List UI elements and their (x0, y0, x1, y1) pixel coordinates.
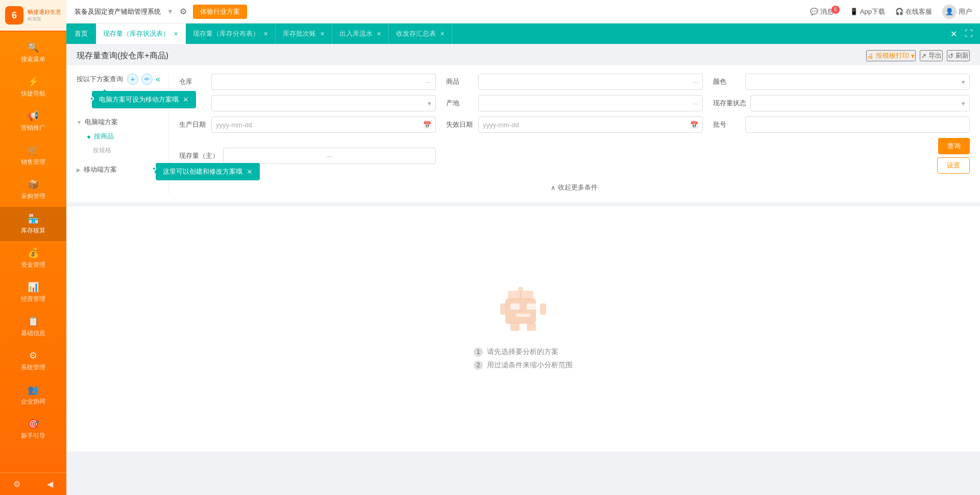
tooltip2-close-btn[interactable]: ✕ (247, 168, 253, 176)
tab-receivable-summary[interactable]: 收发存汇总表 ✕ (389, 23, 452, 44)
system-select-arrow[interactable]: ▼ (167, 8, 174, 15)
sidebar-item-system[interactable]: ⚙ 系统管理 (0, 344, 66, 378)
tab-close-icon[interactable]: ✕ (174, 31, 178, 37)
filter-collapse-btn[interactable]: ∧ 收起更多条件 (179, 179, 970, 194)
tip-number-1: 1 (474, 347, 483, 357)
filter-back-btn[interactable]: « (156, 75, 160, 84)
tabbar: 首页 现存量（库存状况表） ✕ 现存量（库存分布表） ✕ 库存批次账 ✕ 出入库… (66, 23, 980, 44)
sidebar-item-quicknav[interactable]: ⚡ 快捷导航 (0, 70, 66, 104)
export-btn[interactable]: ↗ 导出 (920, 50, 943, 61)
tab-close-icon[interactable]: ✕ (320, 31, 325, 37)
sidebar-item-basic-info[interactable]: 📋 基础信息 (0, 310, 66, 344)
empty-tip-1: 1 请先选择要分析的方案 (474, 347, 573, 357)
notification-count: 6 (831, 6, 840, 14)
sidebar-item-marketing[interactable]: 📢 营销推广 (0, 104, 66, 138)
sidebar-item-sales[interactable]: 🛒 销售管理 (0, 138, 66, 173)
filter-item-prod-date: 生产日期 yyyy-mm-dd 📅 (179, 116, 436, 133)
tabbar-expand-btn[interactable]: ⛶ (962, 27, 976, 41)
desktop-scheme-header[interactable]: ▼ 电脑端方案 (77, 115, 160, 129)
filter-item-warehouse: 仓库 ··· (179, 74, 436, 90)
box-icon: 📦 (28, 179, 39, 190)
origin-select[interactable]: ··· (478, 95, 703, 111)
stock-qty-label: 现存量（主） (179, 151, 219, 160)
filter-item-goods: 商品 ··· (446, 74, 703, 90)
stock-status-select[interactable]: ▾ (750, 95, 970, 111)
exp-date-input[interactable]: yyyy-mm-dd 📅 (478, 116, 703, 133)
experience-btn[interactable]: 体验行业方案 (193, 5, 247, 19)
header-left: 装备及固定资产辅助管理系统 ▼ ⚙ 体验行业方案 (75, 5, 247, 19)
mobile-scheme-header[interactable]: ▶ 移动端方案 (77, 163, 160, 176)
origin-label: 产地 (446, 99, 474, 108)
dots-icon: ··· (693, 100, 698, 107)
page-title: 现存量查询(按仓库+商品) (77, 51, 168, 61)
tab-home-label: 首页 (75, 29, 88, 38)
empty-state: 1 请先选择要分析的方案 2 用过滤条件来缩小分析范围 (66, 237, 980, 411)
sidebar-item-label: 系统管理 (21, 363, 45, 372)
stock-qty-min[interactable] (228, 152, 323, 160)
goods-select[interactable]: ··· (478, 74, 703, 90)
tab-inventory-dist[interactable]: 现存量（库存分布表） ✕ (186, 23, 276, 44)
search-btn[interactable]: 查询 (938, 138, 970, 154)
notification-btn[interactable]: 💬 消息 6 (810, 7, 840, 16)
sidebar-item-guide[interactable]: 🎯 新手引导 (0, 412, 66, 446)
sidebar-settings-btn[interactable]: ⚙ (13, 479, 20, 489)
tip-number-2: 2 (474, 361, 483, 370)
tooltip1-close-btn[interactable]: ✕ (183, 96, 189, 104)
filter-item-exp-date: 失效日期 yyyy-mm-dd 📅 (446, 116, 703, 133)
sidebar-item-enterprise[interactable]: 👥 企业协同 (0, 378, 66, 412)
tab-close-icon[interactable]: ✕ (440, 31, 445, 37)
scheme-item-by-goods[interactable]: ● 按商品 (77, 130, 160, 143)
color-select[interactable]: ▾ (745, 74, 970, 90)
desktop-scheme-label: 电脑端方案 (85, 117, 118, 127)
scheme-list: ▼ 电脑端方案 ● 按商品 按规格 ▶ (77, 115, 160, 176)
app-download-btn[interactable]: 📱 App下载 (850, 7, 885, 16)
sidebar-bottom: ⚙ ◀ (0, 473, 66, 495)
tab-label: 出入库流水 (339, 29, 373, 38)
size-select[interactable]: ▾ (211, 95, 436, 111)
tab-close-icon[interactable]: ✕ (263, 31, 268, 37)
filter-add-btn[interactable]: + (127, 74, 138, 85)
template-print-btn[interactable]: 🖨 按模板打印 ▾ (866, 50, 916, 61)
warehouse-select[interactable]: ··· (211, 74, 436, 90)
scheme-item-by-spec[interactable]: 按规格 (77, 144, 160, 157)
tabbar-close-btn[interactable]: ✕ (946, 27, 961, 41)
search-btn-group: 查询 设置 (713, 138, 970, 174)
sidebar-item-management[interactable]: 📊 经营管理 (0, 275, 66, 310)
refresh-btn[interactable]: ↺ 刷新 (947, 50, 970, 61)
empty-tip-2: 2 用过滤条件来缩小分析范围 (474, 361, 573, 370)
prod-date-input[interactable]: yyyy-mm-dd 📅 (211, 116, 436, 133)
sidebar-collapse-btn[interactable]: ◀ (47, 479, 53, 489)
tab-batch-account[interactable]: 库存批次账 ✕ (276, 23, 332, 44)
print-icon: 🖨 (867, 52, 874, 60)
target-icon: 🎯 (28, 418, 39, 430)
batch-no-input[interactable] (745, 116, 970, 133)
filter-row-4: 现存量（主） — 查询 设置 (179, 138, 970, 174)
filter-item-color: 颜色 ▾ (713, 74, 970, 90)
tab-home[interactable]: 首页 (66, 23, 96, 44)
reset-btn[interactable]: 设置 (937, 157, 970, 174)
sidebar-item-finance[interactable]: 💰 资金管理 (0, 241, 66, 275)
sidebar-item-purchase[interactable]: 📦 采购管理 (0, 173, 66, 207)
headset-icon: 🎧 (895, 8, 903, 15)
filter-area: 按以下方案查询 + ✏ « 电脑方案可设为移动方案哦 ✕ (66, 65, 980, 202)
sidebar-item-label: 库存核算 (21, 226, 45, 235)
mobile-scheme-group: ▶ 移动端方案 (77, 163, 160, 176)
sidebar-item-search[interactable]: 🔍 搜索菜单 (0, 36, 66, 70)
scheme-tooltip-2: 这里可以创建和修改方案哦 ✕ (156, 163, 260, 180)
search-icon: 🔍 (28, 42, 39, 53)
app-badge: 标准版 (28, 16, 61, 22)
header-settings-btn[interactable]: ⚙ (180, 7, 187, 16)
stock-qty-max[interactable] (336, 152, 431, 160)
user-menu-btn[interactable]: 👤 用户 (942, 5, 972, 19)
refresh-icon: ↺ (948, 52, 953, 60)
page-actions: 🖨 按模板打印 ▾ ↗ 导出 ↺ 刷新 (866, 50, 970, 61)
filter-edit-btn[interactable]: ✏ (141, 74, 153, 85)
money-icon: 💰 (28, 247, 39, 258)
template-print-label: 按模板打印 (876, 51, 909, 60)
tab-inout-flow[interactable]: 出入库流水 ✕ (332, 23, 389, 44)
batch-no-label: 批号 (713, 120, 741, 129)
sidebar-item-inventory[interactable]: 🏪 库存核算 (0, 207, 66, 241)
tab-close-icon[interactable]: ✕ (377, 31, 381, 37)
tab-inventory-status[interactable]: 现存量（库存状况表） ✕ (96, 23, 186, 44)
online-service-btn[interactable]: 🎧 在线客服 (895, 7, 932, 16)
